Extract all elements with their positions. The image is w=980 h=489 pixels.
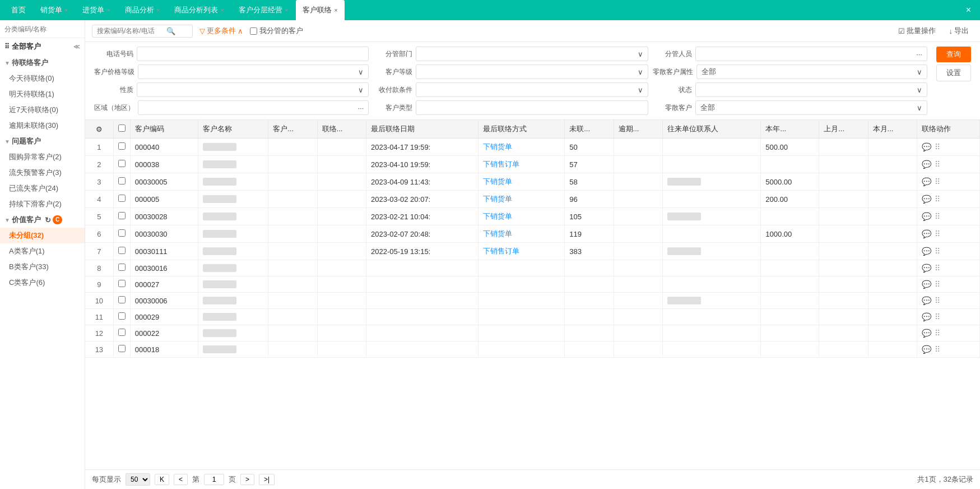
row-checkbox[interactable] bbox=[118, 280, 126, 287]
status-select[interactable]: ∨ bbox=[695, 82, 927, 97]
grid-action-icon[interactable]: ⠿ bbox=[935, 280, 940, 289]
last-month-col-header[interactable]: 上月... bbox=[819, 120, 868, 139]
close-icon[interactable]: × bbox=[156, 7, 160, 13]
method-link[interactable]: 下销售订单 bbox=[483, 160, 519, 168]
type-col-header[interactable]: 客户... bbox=[268, 120, 317, 139]
filter-search-box[interactable]: 🔍 bbox=[92, 25, 193, 38]
grid-action-icon[interactable]: ⠿ bbox=[935, 142, 940, 151]
customer-level-select[interactable]: ∨ bbox=[416, 64, 648, 79]
message-icon[interactable]: 💬 bbox=[922, 160, 931, 169]
row-checkbox-cell[interactable] bbox=[113, 260, 130, 276]
sidebar-item-abnormal[interactable]: 囤购异常客户(2) bbox=[0, 149, 85, 165]
grid-action-icon[interactable]: ⠿ bbox=[935, 264, 940, 273]
name-col-header[interactable]: 客户名称 bbox=[198, 120, 268, 139]
message-icon[interactable]: 💬 bbox=[922, 142, 931, 151]
row-checkbox-cell[interactable] bbox=[113, 191, 130, 208]
settings-col-header[interactable]: ⚙ bbox=[85, 120, 113, 139]
dept-select[interactable]: ∨ bbox=[416, 47, 648, 61]
row-checkbox[interactable] bbox=[118, 160, 126, 167]
message-icon[interactable]: 💬 bbox=[922, 195, 931, 204]
message-icon[interactable]: 💬 bbox=[922, 329, 931, 338]
last-contact-col-header[interactable]: 最后联络日期 bbox=[366, 120, 478, 139]
close-icon[interactable]: × bbox=[64, 7, 68, 13]
sidebar-item-ungrouped[interactable]: 未分组(32) bbox=[0, 228, 85, 243]
row-checkbox[interactable] bbox=[118, 296, 126, 303]
tab-sales[interactable]: 销货单 × bbox=[34, 0, 75, 20]
row-checkbox-cell[interactable] bbox=[113, 243, 130, 260]
method-link[interactable]: 下销货单 bbox=[483, 212, 512, 220]
reset-button[interactable]: 设置 bbox=[936, 64, 971, 81]
my-customers-check[interactable] bbox=[250, 27, 257, 35]
window-close-icon[interactable]: × bbox=[962, 5, 976, 15]
row-checkbox-cell[interactable] bbox=[113, 139, 130, 156]
sidebar-item-churned[interactable]: 已流失客户(24) bbox=[0, 181, 85, 196]
collapse-icon[interactable]: ≪ bbox=[73, 43, 80, 50]
checkbox-col-header[interactable] bbox=[113, 120, 130, 139]
code-col-header[interactable]: 客户编码 bbox=[130, 120, 198, 139]
row-checkbox-cell[interactable] bbox=[113, 156, 130, 173]
row-checkbox-cell[interactable] bbox=[113, 208, 130, 225]
row-checkbox[interactable] bbox=[118, 177, 126, 184]
last-method-col-header[interactable]: 最后联络方式 bbox=[479, 120, 565, 139]
last-contact-method[interactable]: 下销售订单 bbox=[479, 243, 565, 260]
message-icon[interactable]: 💬 bbox=[922, 264, 931, 273]
pending-section[interactable]: ▼ 待联络客户 bbox=[0, 55, 85, 71]
row-checkbox-cell[interactable] bbox=[113, 276, 130, 293]
message-icon[interactable]: 💬 bbox=[922, 247, 931, 256]
row-checkbox[interactable] bbox=[118, 142, 126, 150]
close-icon[interactable]: × bbox=[106, 7, 110, 13]
message-icon[interactable]: 💬 bbox=[922, 296, 931, 305]
customer-type-input[interactable] bbox=[416, 100, 648, 115]
more-conditions-btn[interactable]: ▽ 更多条件 ∧ bbox=[199, 26, 243, 36]
grid-action-icon[interactable]: ⠿ bbox=[935, 345, 940, 354]
manager-input[interactable]: ··· bbox=[695, 47, 927, 61]
row-checkbox[interactable] bbox=[118, 329, 126, 336]
message-icon[interactable]: 💬 bbox=[922, 280, 931, 289]
tab-home[interactable]: 首页 bbox=[4, 0, 32, 20]
sidebar-item-churn-warning[interactable]: 流失预警客户(3) bbox=[0, 165, 85, 181]
grid-action-icon[interactable]: ⠿ bbox=[935, 312, 940, 321]
batch-operation-btn[interactable]: ☑ 批量操作 bbox=[894, 24, 940, 38]
last-contact-method[interactable]: 下销售订单 bbox=[479, 156, 565, 173]
last-contact-method[interactable]: 下销货单 bbox=[479, 173, 565, 191]
row-checkbox-cell[interactable] bbox=[113, 325, 130, 342]
method-link[interactable]: 下销售订单 bbox=[483, 247, 519, 255]
refresh-icon[interactable]: ↻ bbox=[45, 216, 51, 224]
grid-action-icon[interactable]: ⠿ bbox=[935, 229, 940, 238]
contact-person-col-header[interactable]: 往来单位联系人 bbox=[663, 120, 761, 139]
phone-input[interactable] bbox=[137, 47, 369, 61]
row-checkbox[interactable] bbox=[118, 229, 126, 237]
nature-select[interactable]: ∨ bbox=[137, 82, 369, 97]
tab-customer-contact[interactable]: 客户联络 × bbox=[296, 0, 344, 20]
export-btn[interactable]: ↓ 导出 bbox=[945, 24, 974, 38]
next-page-btn[interactable]: > bbox=[240, 474, 254, 485]
grid-action-icon[interactable]: ⠿ bbox=[935, 160, 940, 169]
row-checkbox[interactable] bbox=[118, 312, 126, 320]
message-icon[interactable]: 💬 bbox=[922, 312, 931, 321]
query-button[interactable]: 查询 bbox=[936, 47, 971, 62]
my-customers-checkbox[interactable]: 我分管的客户 bbox=[250, 26, 303, 36]
message-icon[interactable]: 💬 bbox=[922, 229, 931, 238]
method-link[interactable]: 下销货单 bbox=[483, 177, 512, 186]
method-link[interactable]: 下销货单 bbox=[483, 229, 512, 238]
row-checkbox[interactable] bbox=[118, 264, 126, 271]
last-page-btn[interactable]: >| bbox=[259, 474, 275, 485]
grid-action-icon[interactable]: ⠿ bbox=[935, 177, 940, 186]
sidebar-search[interactable]: 🔍 bbox=[0, 20, 85, 38]
all-customers-header[interactable]: ⠿ 全部客户 ≪ bbox=[0, 38, 85, 55]
value-section[interactable]: ▼ 价值客户 ↻ C bbox=[0, 212, 85, 228]
sidebar-item-class-b[interactable]: B类客户(33) bbox=[0, 259, 85, 275]
sidebar-search-input[interactable] bbox=[4, 25, 85, 33]
region-input[interactable]: ··· bbox=[138, 100, 369, 115]
uncontacted-col-header[interactable]: 未联... bbox=[565, 120, 614, 139]
sidebar-item-overdue[interactable]: 逾期未联络(30) bbox=[0, 118, 85, 133]
overdue-col-header[interactable]: 逾期... bbox=[614, 120, 662, 139]
retail-customer-select[interactable]: 全部 ∨ bbox=[695, 100, 927, 115]
tab-customer-segment[interactable]: 客户分层经营 × bbox=[232, 0, 295, 20]
this-month-col-header[interactable]: 本月... bbox=[868, 120, 917, 139]
last-contact-method[interactable]: 下销货单 bbox=[479, 225, 565, 243]
contact-col-header[interactable]: 联络... bbox=[317, 120, 366, 139]
sidebar-item-7days[interactable]: 近7天待联络(0) bbox=[0, 102, 85, 118]
last-contact-method[interactable]: 下销货单 bbox=[479, 191, 565, 208]
row-checkbox-cell[interactable] bbox=[113, 342, 130, 358]
